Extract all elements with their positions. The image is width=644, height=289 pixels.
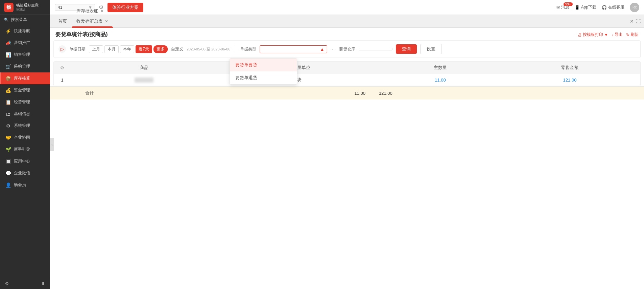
sales-icon: 📊 [5, 52, 11, 58]
sidebar-item-label: 企业微信 [14, 170, 30, 176]
finance-icon: 💰 [5, 88, 11, 93]
search-count: 41 [58, 5, 62, 10]
tab-收发存汇总表[interactable]: 收发存汇总表✕ [72, 16, 113, 26]
system-icon: ⚙ [5, 123, 11, 129]
table-footer: 合计 11.00 121.00 [50, 86, 644, 99]
date-btn-近7天[interactable]: 近7天 [136, 45, 152, 53]
refresh-button[interactable]: ↻ 刷新 [626, 32, 639, 38]
more-options-icon[interactable]: ··· [332, 47, 336, 52]
sidebar-logo: 畅 畅捷通好生意 标准版 [0, 0, 50, 15]
sidebar-collapse-button[interactable]: ‹ [50, 138, 54, 151]
avatar[interactable]: Rit [630, 3, 639, 12]
col-amount: 零售金额 [499, 62, 640, 74]
footer-amount: 121.00 [379, 91, 392, 96]
sidebar-item-basic[interactable]: 🗂基础信息 [0, 108, 50, 120]
divider [235, 46, 235, 52]
refresh-icon: ↻ [626, 32, 629, 37]
sidebar-bottom: ⚙ ⏸ [0, 278, 50, 289]
app-download-button[interactable]: 📱 App下载 [575, 4, 596, 10]
sidebar-item-label: 销售管理 [14, 52, 30, 58]
app-label: App下载 [581, 4, 596, 10]
sidebar-nav: ⚡快捷导航📣营销推广📊销售管理🛒采购管理📦库存核算💰资金管理📋经营管理🗂基础信息… [0, 25, 50, 278]
message-badge: 99+ [564, 2, 573, 6]
sidebar-item-system[interactable]: ⚙系统管理 [0, 120, 50, 132]
cell-qty[interactable]: 11.00 [381, 74, 499, 86]
sidebar-item-quick-nav[interactable]: ⚡快捷导航 [0, 25, 50, 37]
sidebar-item-label: 库存核算 [14, 75, 30, 81]
enterprise-icon: 🤝 [5, 135, 11, 140]
sidebar-item-sales[interactable]: 📊销售管理 [0, 49, 50, 61]
sidebar-item-label: 经营管理 [14, 99, 30, 105]
sidebar-item-purchase[interactable]: 🛒采购管理 [0, 61, 50, 72]
date-btn-本年[interactable]: 本年 [120, 45, 134, 53]
service-label: 在线客服 [608, 4, 624, 10]
sidebar-item-enterprise[interactable]: 🤝企业协同 [0, 132, 50, 143]
tab-home[interactable]: 首页 [53, 16, 72, 26]
date-label: 单据日期 [69, 46, 86, 52]
window-expand-icon[interactable]: ⛶ [636, 19, 641, 24]
sidebar-item-label: 采购管理 [14, 64, 30, 69]
member-icon: 👤 [5, 182, 11, 188]
type-input-field[interactable] [263, 47, 318, 51]
type-chevron-icon[interactable]: ▲ [320, 47, 324, 52]
page-title: 要货单统计表(按商品) [55, 31, 108, 38]
tab-close-icon[interactable]: ✕ [105, 19, 108, 24]
type-input[interactable]: ▲ [260, 45, 327, 53]
filter-expand-button[interactable]: ▷ [58, 45, 66, 53]
settings-icon[interactable]: ⚙ [5, 281, 9, 286]
inventory-icon: 📦 [5, 76, 11, 81]
app-icon: 📱 [575, 5, 580, 10]
logo-sub: 标准版 [16, 7, 39, 12]
date-btn-本月[interactable]: 本月 [104, 45, 119, 53]
query-button[interactable]: 查询 [396, 44, 417, 54]
print-chevron-icon: ▼ [604, 32, 608, 37]
online-service-button[interactable]: 🎧 在线客服 [602, 4, 624, 10]
print-button[interactable]: 🖨 按模板打印 ▼ [578, 32, 608, 38]
basic-icon: 🗂 [5, 111, 11, 117]
tab-label: 库存批次账 [76, 8, 98, 14]
date-btn-上月[interactable]: 上月 [89, 45, 103, 53]
sidebar-item-label: 营销推广 [14, 40, 30, 46]
sidebar-item-appstore[interactable]: 🔲应用中心 [0, 155, 50, 167]
page-header: 要货单统计表(按商品) 🖨 按模板打印 ▼ ↓ 导出 ↻ 刷新 [50, 28, 644, 40]
sidebar-item-member[interactable]: 👤畅会员 [0, 179, 50, 191]
sidebar-item-finance[interactable]: 💰资金管理 [0, 84, 50, 96]
search-icon: 🔍 [4, 18, 9, 22]
dropdown-item-要货单要货[interactable]: 要货单要货 [230, 59, 297, 71]
window-close-icon[interactable]: ✕ [630, 19, 634, 24]
wechat-icon: 💬 [5, 171, 11, 176]
tab-label: 收发存汇总表 [76, 18, 103, 24]
sidebar-item-operation[interactable]: 📋经营管理 [0, 96, 50, 108]
sidebar-item-inventory[interactable]: 📦库存核算 [0, 72, 50, 84]
service-icon: 🎧 [602, 5, 607, 10]
date-btn-更多[interactable]: 更多 [153, 45, 168, 53]
date-buttons: 上月本月本年近7天更多 [89, 45, 168, 53]
tab-库存批次账[interactable]: 库存批次账✕ [72, 6, 113, 16]
sidebar-item-label: 快捷导航 [14, 28, 30, 34]
date-range: 2023-05-06 至 2023-06-06 [187, 47, 231, 52]
col-qty: 主数量 [381, 62, 499, 74]
dropdown-item-要货单退货[interactable]: 要货单退货 [230, 71, 297, 84]
print-icon: 🖨 [578, 32, 582, 37]
top-header: 41 ▼ ⚙ 体验行业方案 ✉ 消息 99+ 📱 App下载 🎧 在线客服 Ri… [50, 0, 644, 15]
sidebar-item-wechat[interactable]: 💬企业微信 [0, 167, 50, 179]
message-button[interactable]: ✉ 消息 99+ [556, 4, 569, 10]
content-area: 要货单统计表(按商品) 🖨 按模板打印 ▼ ↓ 导出 ↻ 刷新 ▷ [50, 28, 644, 289]
pause-icon[interactable]: ⏸ [41, 281, 45, 286]
sidebar-search[interactable]: 🔍 搜索菜单 [0, 15, 50, 25]
filter-settings-button[interactable]: 设置 [420, 44, 442, 54]
sidebar-item-newbie[interactable]: 🌱新手引导 [0, 143, 50, 155]
col-settings[interactable]: ⚙ [54, 62, 71, 74]
quick-nav-icon: ⚡ [5, 28, 11, 34]
cell-amount[interactable]: 121.00 [499, 74, 640, 86]
sidebar-item-marketing[interactable]: 📣营销推广 [0, 37, 50, 49]
export-button[interactable]: ↓ 导出 [612, 32, 623, 38]
custom-label[interactable]: 自定义 [171, 46, 183, 52]
sidebar-item-label: 新手引导 [14, 147, 30, 152]
warehouse-input[interactable] [359, 48, 392, 50]
warehouse-label: 要货仓库 [339, 46, 355, 52]
sidebar-item-label: 资金管理 [14, 87, 30, 93]
type-dropdown: 要货单要货要货单退货 [230, 58, 297, 85]
tab-close-icon[interactable]: ✕ [100, 9, 104, 14]
logo-icon: 畅 [4, 3, 14, 12]
